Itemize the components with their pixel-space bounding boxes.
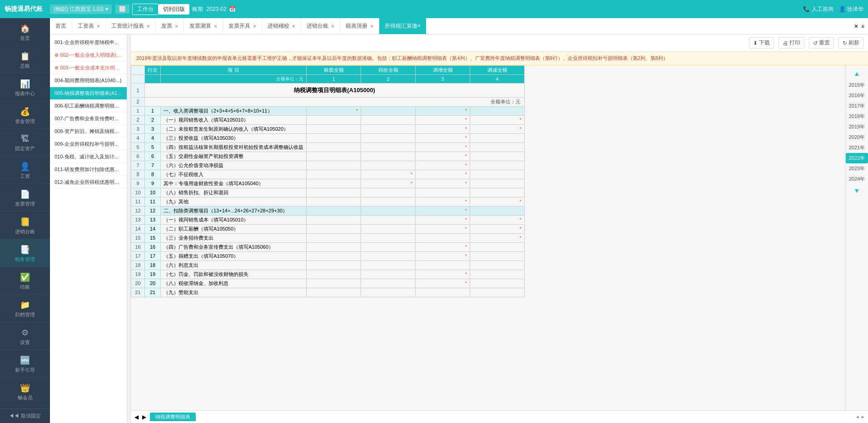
table-row[interactable]: 16 16 （四）广告费和业务宣传费支出（填写A105060） * [131,242,525,251]
file-list-item[interactable]: 001-企业所得税年度纳税申... [50,36,127,49]
c4-cell[interactable] [470,143,525,152]
tab-income-tax[interactable]: 所得税汇算缴× [379,18,427,34]
c3-cell[interactable]: * [416,215,470,224]
c1-cell[interactable] [307,279,361,288]
c3-cell[interactable]: * [416,206,470,215]
table-row[interactable]: 18 18 （六）利息支出 [131,261,525,270]
c4-cell[interactable] [470,152,525,161]
c4-cell[interactable] [470,106,525,115]
file-list-item[interactable]: 004-期间费用明细表(A1040...) [50,74,127,87]
c1-cell[interactable] [307,143,361,152]
c2-cell[interactable] [361,233,416,242]
tab-home[interactable]: 首页 [50,18,72,34]
c4-cell[interactable] [470,133,525,143]
c2-cell[interactable] [361,279,416,288]
c1-cell[interactable] [307,224,361,233]
c4-cell[interactable] [470,261,525,270]
c4-cell[interactable]: * [470,224,525,233]
year-up-button[interactable]: ▲ [849,68,865,79]
download-button[interactable]: ⬇ 下载 [749,37,774,49]
c2-cell[interactable] [361,288,416,297]
c1-cell[interactable] [307,261,361,270]
year-item-2020[interactable]: 2020年 [846,132,868,143]
c2-cell[interactable] [361,143,416,152]
workbench-button[interactable]: 工作台 [132,4,159,15]
file-list-item[interactable]: 006-职工薪酬纳税调整明细... [50,100,127,113]
sheet-tab[interactable]: 纳税调整明细表 [150,413,196,421]
year-item-2021[interactable]: 2021年 [846,143,868,153]
c4-cell[interactable] [470,206,525,215]
sidebar-item-assets[interactable]: 🏗 固定资产 [0,129,50,156]
file-list-item[interactable]: 005-纳税调整项目明细表(A1... [50,87,127,100]
tab-salary[interactable]: 工资表× [72,18,106,34]
sidebar-item-guide[interactable]: 🆕 新手引导 [0,350,50,378]
c3-cell[interactable]: * [416,179,470,188]
c2-cell[interactable] [361,251,416,261]
c2-cell[interactable] [361,224,416,233]
tab-stock-check[interactable]: 进销稽校× [262,18,301,34]
c1-cell[interactable] [307,188,361,197]
table-row[interactable]: 14 14 （二）职工薪酬（填写A105050） * * [131,224,525,233]
c3-cell[interactable]: * [416,197,470,206]
c2-cell[interactable] [361,270,416,279]
c3-cell[interactable]: * [416,251,470,261]
c3-cell[interactable]: * [416,242,470,251]
c2-cell[interactable] [361,161,416,170]
c4-cell[interactable]: * [470,233,525,242]
print-button[interactable]: 🖨 打印 [779,37,804,49]
c2-cell[interactable] [361,215,416,224]
scroll-right-icon[interactable]: ▸ [862,414,864,420]
sidebar-item-funds[interactable]: 💰 资金管理 [0,101,50,129]
c1-cell[interactable] [307,197,361,206]
table-row[interactable]: 11 11 （九）其他 * * [131,197,525,206]
tab-close-salary-stats[interactable]: × [147,23,150,30]
c4-cell[interactable] [470,270,525,279]
table-row[interactable]: 10 10 （八）销售折扣、折让和退回 [131,188,525,197]
table-row[interactable]: 13 13 （一）视同销售成本（填写A105010） * * [131,215,525,224]
c3-cell[interactable]: * [416,143,470,152]
tab-tax-list[interactable]: 税表清册× [340,18,379,34]
c2-cell[interactable] [361,106,416,115]
sheet-nav-prev[interactable]: ◀ [134,414,139,420]
c3-cell[interactable] [416,188,470,197]
c2-cell[interactable] [361,133,416,143]
c4-cell[interactable] [470,161,525,170]
year-down-button[interactable]: ▼ [849,185,865,196]
scroll-left-icon[interactable]: ◂ [856,414,859,420]
table-row[interactable]: 3 3 （二）未按权责发生制原则确认的收入（填写A105020） * * [131,124,525,133]
file-list-item[interactable]: 008-资产折旧、摊销及纳税... [50,125,127,138]
tab-salary-stats[interactable]: 工资统计报表× [106,18,156,34]
c4-cell[interactable] [470,179,525,188]
c4-cell[interactable]: * [470,215,525,224]
table-row[interactable]: 21 21 （九）赞助支出 [131,288,525,297]
sidebar-item-reports[interactable]: 📊 报表中心 [0,74,50,101]
company-selector[interactable]: (物副) 江西股宝-LSS ▾ [50,5,112,14]
table-row[interactable]: 5 5 （四）按权益法核算长期股权投资对初始投资成本调整确认收益 * [131,143,525,152]
c4-cell[interactable]: * [470,124,525,133]
year-item-2023[interactable]: 2023年 [846,163,868,174]
table-row[interactable]: 20 20 （八）税收滞纳金、加收利息 * [131,279,525,288]
sidebar-item-invoice[interactable]: 📄 发票管理 [0,184,50,212]
c4-cell[interactable] [470,288,525,297]
tab-close-invoice-calc[interactable]: × [214,23,217,30]
c2-cell[interactable] [361,197,416,206]
c3-cell[interactable]: * [416,124,470,133]
table-row[interactable]: 8 8 （七）不征税收入 * * [131,170,525,179]
c3-cell[interactable]: * [416,224,470,233]
year-item-2016[interactable]: 2016年 [846,90,868,101]
sidebar-item-salary[interactable]: 👤 工资 [0,156,50,184]
c2-cell[interactable] [361,188,416,197]
c1-cell[interactable] [307,270,361,279]
file-list-item[interactable]: ⊗ 002-一般企业收入明细表(A1... [50,49,127,62]
c2-cell[interactable] [361,115,416,124]
sidebar-item-settings[interactable]: ⚙ 设置 [0,322,50,350]
user-menu[interactable]: 👤 徐泽华 [839,5,863,13]
table-row[interactable]: 19 19 （七）罚金、罚款和被没收财物的损失 * [131,270,525,279]
c1-cell[interactable] [307,115,361,124]
c3-cell[interactable]: * [416,170,470,179]
tab-close-icon[interactable]: ✕ [854,23,858,30]
table-row[interactable]: 9 9 其中：专项用途财政性资金（填写A105040） * * [131,179,525,188]
table-row[interactable]: 7 7 （六）公允价值变动净损益 * [131,161,525,170]
c2-cell[interactable] [361,261,416,270]
c2-cell[interactable]: * [361,179,416,188]
